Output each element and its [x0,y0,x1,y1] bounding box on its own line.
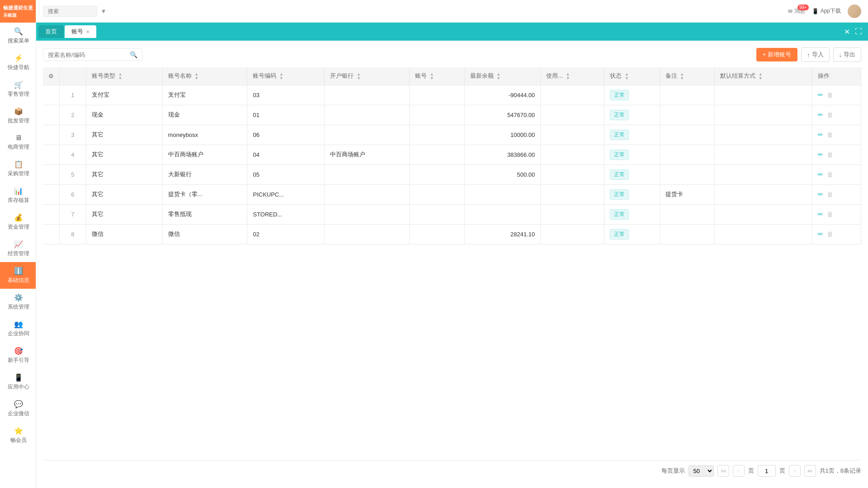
sidebar-item-quicknav[interactable]: ⚡ 快捷导航 [0,49,36,76]
col-code[interactable]: 账号编码 ▲▼ [247,67,325,85]
row-status: 正常 [604,105,660,125]
sidebar-item-finance[interactable]: 💰 资金管理 [0,209,36,235]
delete-button[interactable]: 🗑 [827,191,833,198]
user-avatar[interactable] [848,5,861,18]
row-balance: 500.00 [464,164,541,184]
import-button[interactable]: ↑ 导入 [801,47,830,62]
sidebar-item-collab[interactable]: 👥 企业协同 [0,315,36,342]
export-button[interactable]: ↓ 导出 [833,47,862,62]
top-search-input[interactable] [43,6,97,17]
row-settings [43,204,60,224]
row-usage [541,145,604,164]
tab-bar: 首页 账号 ✕ ✕ ⛶ [36,23,868,41]
sidebar-item-basicinfo[interactable]: ℹ️ 基础信息 [0,262,36,289]
sidebar-item-search[interactable]: 🔍 搜索菜单 [0,23,36,49]
appcenter-icon: 📱 [14,373,23,382]
delete-button[interactable]: 🗑 [827,171,833,178]
col-name[interactable]: 账号名称 ▲▼ [162,67,247,85]
page-of-label: 页 [779,467,785,475]
delete-button[interactable]: 🗑 [827,230,833,238]
sidebar-item-retail[interactable]: 🛒 零售管理 [0,76,36,103]
tab-close-icon[interactable]: ✕ [86,29,90,34]
edit-button[interactable]: ✏ [818,191,823,198]
row-balance [464,184,541,204]
row-usage [541,105,604,125]
tab-home[interactable]: 首页 [38,25,64,38]
top-dropdown-icon[interactable]: ▾ [102,7,105,15]
row-remark: 提货卡 [660,184,714,204]
app-logo: 畅捷通财生意 乐账版 [0,0,36,23]
row-usage [541,85,604,105]
sidebar-item-guide[interactable]: 🎯 新手引导 [0,342,36,369]
col-balance[interactable]: 最新余额 ▲▼ [464,67,541,85]
edit-button[interactable]: ✏ [818,131,823,138]
delete-button[interactable]: 🗑 [827,91,833,99]
account-table-wrap: ⚙ 账号类型 ▲▼ 账号名称 ▲▼ 账号编码 ▲▼ 开户银行 ▲▼ 账号 ▲▼ … [43,67,861,455]
sidebar-item-appcenter[interactable]: 📱 应用中心 [0,369,36,395]
app-download-button[interactable]: 📱 App下载 [812,7,841,15]
tab-home-label: 首页 [45,28,57,36]
sidebar-item-operations[interactable]: 📈 经营管理 [0,235,36,262]
row-actions: ✏ 🗑 [812,105,861,125]
page-number-input[interactable] [758,465,776,477]
edit-button[interactable]: ✏ [818,111,823,118]
col-usage[interactable]: 使用... ▲▼ [541,67,604,85]
edit-button[interactable]: ✏ [818,171,823,178]
sidebar-item-member[interactable]: ⭐ 畅会员 [0,422,36,449]
row-type: 其它 [86,184,162,204]
delete-button[interactable]: 🗑 [827,111,833,118]
row-status: 正常 [604,204,660,224]
sidebar-item-inventory[interactable]: 📊 库存核算 [0,182,36,209]
col-type[interactable]: 账号类型 ▲▼ [86,67,162,85]
row-type: 其它 [86,145,162,164]
row-account [410,184,464,204]
tab-account-label: 账号 [71,28,83,36]
row-code: 02 [247,224,325,244]
tab-expand-icon[interactable]: ⛶ [854,26,863,37]
edit-button[interactable]: ✏ [818,230,823,238]
sidebar-item-label: 快捷导航 [8,64,29,71]
edit-button[interactable]: ✏ [818,211,823,218]
delete-button[interactable]: 🗑 [827,151,833,158]
row-default-settle [715,125,812,145]
edit-button[interactable]: ✏ [818,91,823,99]
sidebar-item-label: 畅会员 [10,436,27,444]
prev-page-btn[interactable]: ‹ [733,465,745,477]
message-button[interactable]: ✉ 消息 99+ [788,7,805,15]
search-icon: 🔍 [130,51,137,58]
delete-button[interactable]: 🗑 [827,211,833,218]
row-code: PICKUPC... [247,184,325,204]
row-code: 06 [247,125,325,145]
col-bank[interactable]: 开户银行 ▲▼ [325,67,410,85]
row-type: 支付宝 [86,85,162,105]
first-page-btn[interactable]: ⏮ [717,465,729,477]
col-account[interactable]: 账号 ▲▼ [410,67,464,85]
search-input[interactable] [48,52,130,58]
delete-button[interactable]: 🗑 [827,131,833,138]
status-badge: 正常 [610,169,629,180]
sidebar-item-ecommerce[interactable]: 🖥 电商管理 [0,129,36,155]
sidebar-item-wechat[interactable]: 💬 企业微信 [0,395,36,422]
tab-account[interactable]: 账号 ✕ [65,25,96,38]
col-default-settle[interactable]: 默认结算方式 ▲▼ [715,67,812,85]
row-bank [325,125,410,145]
sidebar-item-purchase[interactable]: 📋 采购管理 [0,155,36,182]
export-label: 导出 [844,51,855,59]
per-page-select[interactable]: 50 100 200 [689,465,714,477]
row-balance [464,204,541,224]
last-page-btn[interactable]: ⏭ [804,465,816,477]
sidebar-item-wholesale[interactable]: 📦 批发管理 [0,103,36,129]
col-remark[interactable]: 备注 ▲▼ [660,67,714,85]
total-records: 共1页，8条记录 [820,467,861,475]
edit-button[interactable]: ✏ [818,151,823,158]
row-num: 6 [60,184,86,204]
next-page-btn[interactable]: › [789,465,801,477]
add-account-button[interactable]: + 新增账号 [756,48,797,61]
col-settings[interactable]: ⚙ [43,67,60,85]
sidebar-item-label: 企业协同 [8,330,29,338]
row-bank [325,164,410,184]
tab-close-all-icon[interactable]: ✕ [843,26,851,38]
inventory-icon: 📊 [14,187,23,195]
sidebar-item-system[interactable]: ⚙️ 系统管理 [0,289,36,315]
col-status[interactable]: 状态 ▲▼ [604,67,660,85]
